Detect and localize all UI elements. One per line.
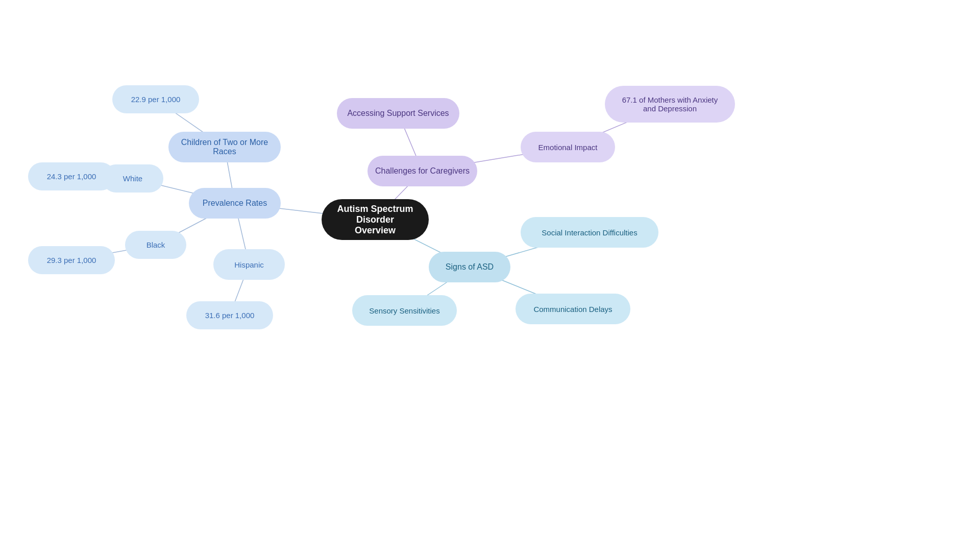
children-two-races-label: Children of Two or More Races (168, 138, 281, 156)
challenges-caregivers-label: Challenges for Caregivers (375, 166, 470, 176)
white-label: White (123, 174, 142, 183)
social-interaction-node[interactable]: Social Interaction Difficulties (521, 217, 658, 248)
center-node[interactable]: Autism Spectrum Disorder Overview (322, 199, 429, 240)
rate-22-9-label: 22.9 per 1,000 (131, 95, 181, 104)
rate-22-9-node[interactable]: 22.9 per 1,000 (112, 85, 199, 113)
social-interaction-label: Social Interaction Difficulties (542, 228, 637, 237)
emotional-impact-node[interactable]: Emotional Impact (521, 132, 615, 162)
rate-31-6-label: 31.6 per 1,000 (205, 311, 255, 320)
anxiety-depression-label: 67.1 of Mothers with Anxiety and Depress… (622, 95, 718, 113)
communication-delays-label: Communication Delays (533, 305, 612, 314)
emotional-impact-label: Emotional Impact (538, 143, 598, 152)
prevalence-rates-label: Prevalence Rates (203, 199, 267, 208)
rate-31-6-node[interactable]: 31.6 per 1,000 (186, 301, 273, 329)
challenges-caregivers-node[interactable]: Challenges for Caregivers (368, 156, 477, 186)
hispanic-label: Hispanic (234, 260, 264, 269)
children-two-races-node[interactable]: Children of Two or More Races (168, 132, 281, 162)
rate-24-3-label: 24.3 per 1,000 (47, 172, 96, 181)
sensory-sensitivities-label: Sensory Sensitivities (369, 306, 439, 315)
rate-29-3-label: 29.3 per 1,000 (47, 256, 96, 265)
accessing-support-node[interactable]: Accessing Support Services (337, 98, 459, 129)
sensory-sensitivities-node[interactable]: Sensory Sensitivities (352, 295, 457, 326)
rate-24-3-node[interactable]: 24.3 per 1,000 (28, 162, 115, 190)
center-label: Autism Spectrum Disorder Overview (322, 204, 429, 236)
anxiety-depression-node[interactable]: 67.1 of Mothers with Anxiety and Depress… (605, 86, 735, 123)
hispanic-node[interactable]: Hispanic (213, 249, 285, 280)
signs-asd-label: Signs of ASD (446, 262, 494, 272)
signs-asd-node[interactable]: Signs of ASD (429, 252, 510, 282)
black-label: Black (146, 241, 165, 249)
rate-29-3-node[interactable]: 29.3 per 1,000 (28, 246, 115, 274)
black-node[interactable]: Black (125, 231, 186, 259)
accessing-support-label: Accessing Support Services (347, 109, 449, 118)
prevalence-rates-node[interactable]: Prevalence Rates (189, 188, 281, 219)
communication-delays-node[interactable]: Communication Delays (516, 294, 630, 324)
